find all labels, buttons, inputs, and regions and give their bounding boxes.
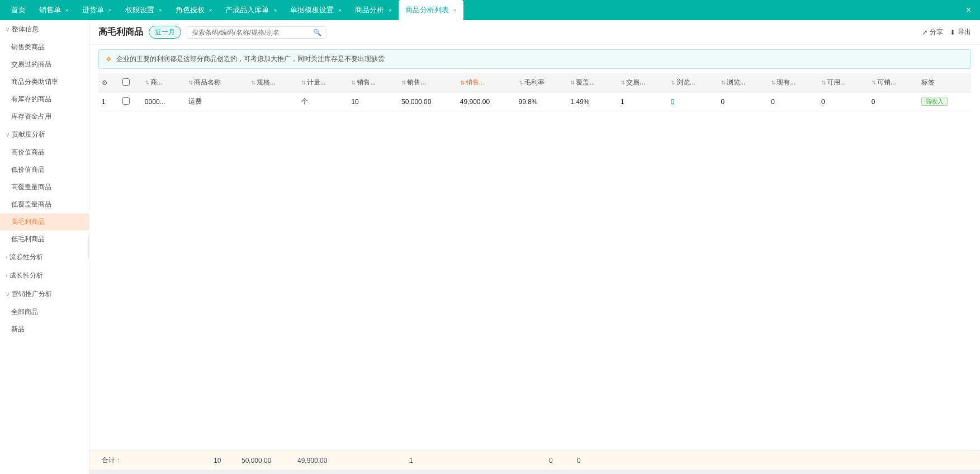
col-checkbox[interactable] bbox=[119, 73, 141, 92]
close-icon[interactable]: × bbox=[389, 7, 392, 13]
row-checkbox[interactable] bbox=[122, 97, 130, 105]
chevron-right-icon: › bbox=[6, 254, 7, 260]
sidebar-collapse-button[interactable]: « bbox=[88, 236, 89, 259]
sidebar-section-marketing[interactable]: ∨ 营销推广分析 bbox=[0, 285, 89, 303]
cell-trade: 1 bbox=[617, 92, 667, 111]
close-icon[interactable]: × bbox=[65, 7, 69, 13]
chevron-right-icon: › bbox=[6, 273, 7, 279]
cell-browse2: 0 bbox=[718, 92, 768, 111]
cell-checkbox[interactable] bbox=[119, 92, 141, 111]
col-unit[interactable]: ⇅计量... bbox=[298, 73, 348, 92]
close-icon[interactable]: × bbox=[159, 7, 162, 13]
product-table: ⚙ ⇅商... ⇅商品名称 ⇅规格... ⇅计量... ⇅销售... ⇅销售..… bbox=[98, 73, 971, 111]
chevron-down-icon: ∨ bbox=[6, 291, 10, 297]
chevron-down-icon: ∨ bbox=[6, 26, 10, 32]
header-actions: ↗ 分享 ⬇ 导出 bbox=[922, 27, 971, 37]
col-code[interactable]: ⇅商... bbox=[141, 73, 185, 92]
sidebar-item-traded-products[interactable]: 交易过的商品 bbox=[0, 56, 89, 73]
footer-label: 合计： bbox=[98, 456, 210, 465]
nav-sales-order[interactable]: 销售单 × bbox=[32, 0, 75, 20]
sidebar-item-low-value[interactable]: 低价值商品 bbox=[0, 161, 89, 179]
chevron-down-icon: ∨ bbox=[6, 132, 10, 138]
table-footer: 合计： 10 50,000.00 49,900.00 1 0 0 bbox=[89, 450, 980, 470]
cell-saleable-stock: 0 bbox=[868, 92, 919, 111]
sort-icon: ⇅ bbox=[570, 79, 575, 86]
col-coverage[interactable]: ⇅覆盖... bbox=[567, 73, 617, 92]
select-all-checkbox[interactable] bbox=[122, 78, 130, 86]
close-icon[interactable]: × bbox=[453, 7, 457, 13]
col-sale-amount[interactable]: ⇅销售... bbox=[398, 73, 457, 92]
sidebar-item-low-margin[interactable]: 低毛利商品 bbox=[0, 231, 89, 248]
sort-icon: ⇅ bbox=[460, 79, 465, 86]
col-browse1[interactable]: ⇅浏览... bbox=[667, 73, 718, 92]
nav-product-analysis[interactable]: 商品分析 × bbox=[348, 0, 399, 20]
close-icon[interactable]: × bbox=[273, 7, 277, 13]
sidebar-section-growth[interactable]: › 成长性分析 bbox=[0, 266, 89, 285]
nav-role-auth[interactable]: 角色授权 × bbox=[169, 0, 219, 20]
sidebar-item-all-products[interactable]: 全部商品 bbox=[0, 303, 89, 321]
col-sale-qty[interactable]: ⇅销售... bbox=[348, 73, 398, 92]
search-input[interactable] bbox=[192, 29, 310, 36]
col-tag[interactable]: 标签 bbox=[918, 73, 971, 92]
sort-icon: ⇅ bbox=[188, 79, 193, 86]
sidebar-section-overview[interactable]: ∨ 整体信息 bbox=[0, 20, 89, 39]
sort-icon: ⇅ bbox=[251, 79, 255, 86]
sidebar-item-new-products[interactable]: 新品 bbox=[0, 321, 89, 338]
export-button[interactable]: ⬇ 导出 bbox=[950, 27, 971, 37]
col-settings[interactable]: ⚙ bbox=[98, 73, 119, 92]
sidebar-item-low-coverage[interactable]: 低覆盖量商品 bbox=[0, 196, 89, 213]
sort-icon: ⇅ bbox=[351, 79, 356, 86]
sort-icon: ⇅ bbox=[145, 79, 149, 86]
sort-icon: ⇅ bbox=[519, 79, 523, 86]
footer-sale-profit: 49,900.00 bbox=[294, 457, 350, 464]
top-nav: 首页 销售单 × 进货单 × 权限设置 × 角色授权 × 产成品入库单 × 单据… bbox=[0, 0, 980, 20]
info-banner-text: 企业的主要的利润都是这部分商品创造的，可考虑加大推广，同时关注库存是不要出现缺货 bbox=[116, 54, 385, 64]
sidebar-item-high-coverage[interactable]: 高覆盖量商品 bbox=[0, 179, 89, 196]
col-sale-profit[interactable]: ⇅销售... bbox=[457, 73, 515, 92]
close-icon[interactable]: × bbox=[108, 7, 112, 13]
close-icon[interactable]: × bbox=[209, 7, 212, 13]
col-name[interactable]: ⇅商品名称 bbox=[185, 73, 248, 92]
cell-unit: 个 bbox=[298, 92, 348, 111]
table-wrapper: ⚙ ⇅商... ⇅商品名称 ⇅规格... ⇅计量... ⇅销售... ⇅销售..… bbox=[89, 73, 980, 450]
sidebar-item-stocked-products[interactable]: 有库存的商品 bbox=[0, 91, 89, 108]
sidebar-item-stock-capital[interactable]: 库存资金占用 bbox=[0, 108, 89, 125]
col-current-stock[interactable]: ⇅现有... bbox=[768, 73, 818, 92]
nav-permission-setting[interactable]: 权限设置 × bbox=[119, 0, 169, 20]
sidebar-item-high-margin[interactable]: 高毛利商品 bbox=[0, 213, 89, 231]
cell-gross-margin: 99.8% bbox=[515, 92, 567, 111]
col-saleable-stock[interactable]: ⇅可销... bbox=[868, 73, 919, 92]
cell-tag: 高收入 bbox=[918, 92, 971, 111]
sidebar-item-sales-products[interactable]: 销售类商品 bbox=[0, 39, 89, 56]
cell-name: 运费 bbox=[185, 92, 248, 111]
nav-product-instock[interactable]: 产成品入库单 × bbox=[219, 0, 283, 20]
nav-product-analysis-list[interactable]: 商品分析列表 × bbox=[399, 0, 463, 20]
page-title: 高毛利商品 bbox=[98, 26, 143, 38]
share-button[interactable]: ↗ 分享 bbox=[922, 27, 943, 37]
footer-trade: 1 bbox=[406, 457, 434, 464]
sidebar-section-trend[interactable]: › 流趋性分析 bbox=[0, 248, 89, 266]
filter-recent-month[interactable]: 近一月 bbox=[149, 26, 181, 39]
search-icon[interactable]: 🔍 bbox=[313, 29, 321, 36]
footer-sale-qty: 10 bbox=[210, 457, 238, 464]
share-icon: ↗ bbox=[922, 29, 927, 36]
export-icon: ⬇ bbox=[950, 29, 955, 36]
cell-sale-amount: 50,000.00 bbox=[398, 92, 457, 111]
col-spec[interactable]: ⇅规格... bbox=[248, 73, 298, 92]
close-icon[interactable]: × bbox=[338, 7, 342, 13]
col-trade[interactable]: ⇅交易... bbox=[617, 73, 667, 92]
nav-template-setting[interactable]: 单据模板设置 × bbox=[283, 0, 348, 20]
main-layout: « ∨ 整体信息 销售类商品 交易过的商品 商品分类助销率 有库存的商品 库存资… bbox=[0, 20, 980, 474]
nav-purchase-order[interactable]: 进货单 × bbox=[75, 0, 119, 20]
col-gross-margin[interactable]: ⇅毛利率 bbox=[515, 73, 567, 92]
nav-home[interactable]: 首页 bbox=[4, 0, 32, 20]
col-browse2[interactable]: ⇅浏览... bbox=[718, 73, 768, 92]
sidebar-section-contribution[interactable]: ∨ 贡献度分析 bbox=[0, 125, 89, 144]
horizontal-scrollbar[interactable] bbox=[89, 470, 980, 474]
col-available-stock[interactable]: ⇅可用... bbox=[818, 73, 868, 92]
sidebar-item-category-assist[interactable]: 商品分类助销率 bbox=[0, 73, 89, 91]
sidebar-item-high-value[interactable]: 高价值商品 bbox=[0, 144, 89, 161]
window-close-button[interactable]: × bbox=[962, 5, 976, 15]
cell-browse1[interactable]: 0 bbox=[667, 92, 718, 111]
cell-sale-qty: 10 bbox=[348, 92, 398, 111]
